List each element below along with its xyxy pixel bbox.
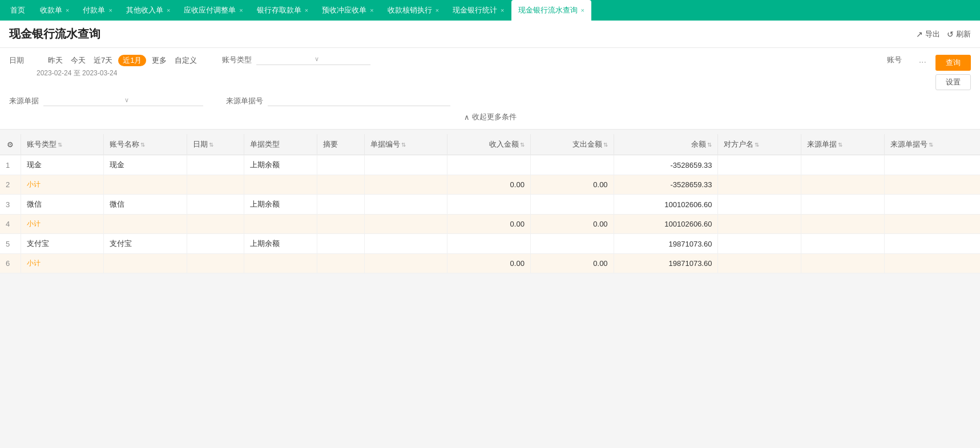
date-today[interactable]: 今天: [68, 55, 88, 66]
col-account-name[interactable]: 账号名称⇅: [104, 134, 187, 155]
cell-account_name: 现金: [104, 155, 187, 175]
sort-doc-no-icon: ⇅: [401, 142, 406, 148]
close-tab-3-icon[interactable]: ×: [239, 0, 243, 21]
table-row: 3微信微信上期余额100102606.60: [0, 195, 980, 215]
cell-num: 5: [0, 234, 21, 254]
col-expense[interactable]: 支出金额⇅: [530, 134, 614, 155]
col-doc-no[interactable]: 单据编号⇅: [364, 134, 447, 155]
cell-balance: -3528659.33: [614, 175, 718, 195]
cell-expense: [530, 234, 614, 254]
close-tab-6-icon[interactable]: ×: [435, 0, 439, 21]
cell-date: [187, 254, 244, 273]
nav-tab-8[interactable]: 现金银行流水查询 ×: [511, 0, 591, 21]
sort-date-icon: ⇅: [209, 142, 213, 148]
close-tab-2-icon[interactable]: ×: [167, 0, 170, 21]
col-counterpart[interactable]: 对方户名⇅: [718, 134, 801, 155]
table-body: 1现金现金上期余额-3528659.332小计0.000.00-3528659.…: [0, 155, 980, 273]
date-more[interactable]: 更多: [150, 55, 169, 66]
filter-actions: 查询 设置: [935, 55, 971, 90]
cell-account_type: 小计: [21, 175, 104, 195]
source-doc-label: 来源单据: [9, 96, 39, 106]
cell-income: [447, 155, 531, 175]
source-doc-select[interactable]: ∨: [43, 96, 203, 106]
cell-account_name: [104, 175, 187, 195]
col-gear[interactable]: ⚙: [0, 134, 21, 155]
table-row: 4小计0.000.00100102606.60: [0, 215, 980, 234]
sort-account-type-icon: ⇅: [58, 142, 62, 148]
col-income[interactable]: 收入金额⇅: [447, 134, 531, 155]
cell-source_doc_no: [884, 234, 980, 254]
close-tab-1-icon[interactable]: ×: [108, 0, 112, 21]
col-summary: 摘要: [317, 134, 365, 155]
cell-summary: [317, 155, 365, 175]
table-row: 1现金现金上期余额-3528659.33: [0, 155, 980, 175]
data-table: ⚙ 账号类型⇅ 账号名称⇅ 日期⇅ 单据类型 摘要 单据编号⇅ 收入金额⇅: [0, 134, 980, 273]
export-button[interactable]: ↗ 导出: [916, 29, 940, 39]
cell-num: 6: [0, 254, 21, 273]
gear-icon[interactable]: ⚙: [7, 140, 14, 149]
collapse-arrow-icon: ∧: [464, 113, 470, 122]
close-tab-7-icon[interactable]: ×: [501, 0, 504, 21]
close-tab-5-icon[interactable]: ×: [370, 0, 373, 21]
account-ellipsis-icon[interactable]: ...: [919, 55, 926, 65]
cell-doc_type: [244, 254, 317, 273]
cell-counterpart: [718, 175, 801, 195]
source-doc-chevron-icon: ∨: [124, 96, 203, 104]
table-header-row: ⚙ 账号类型⇅ 账号名称⇅ 日期⇅ 单据类型 摘要 单据编号⇅ 收入金额⇅: [0, 134, 980, 155]
nav-tab-5[interactable]: 预收冲应收单 ×: [315, 0, 380, 21]
source-doc-value: [43, 96, 122, 104]
cell-source_doc: [801, 175, 885, 195]
cell-account_name: [104, 215, 187, 234]
col-balance[interactable]: 余额⇅: [614, 134, 718, 155]
col-source-doc[interactable]: 来源单据⇅: [801, 134, 885, 155]
nav-tab-7[interactable]: 现金银行统计 ×: [446, 0, 511, 21]
date-custom[interactable]: 自定义: [172, 55, 199, 66]
cell-doc_type: 上期余额: [244, 155, 317, 175]
data-table-wrap: ⚙ 账号类型⇅ 账号名称⇅ 日期⇅ 单据类型 摘要 单据编号⇅ 收入金额⇅: [0, 134, 980, 273]
collapse-conditions[interactable]: ∧ 收起更多条件: [9, 110, 971, 122]
nav-tab-2[interactable]: 其他收入单 ×: [119, 0, 177, 21]
source-doc-num-label: 来源单据号: [226, 96, 263, 106]
sort-source-doc-icon: ⇅: [838, 142, 842, 148]
cell-doc_no: [364, 155, 447, 175]
nav-home[interactable]: 首页: [2, 0, 33, 21]
cell-balance: 100102606.60: [614, 215, 718, 234]
date-filter-label: 日期: [9, 55, 37, 66]
cell-source_doc: [801, 155, 885, 175]
settings-button[interactable]: 设置: [935, 74, 971, 90]
cell-account_name: 微信: [104, 195, 187, 215]
cell-summary: [317, 195, 365, 215]
nav-tab-3[interactable]: 应收应付调整单 ×: [177, 0, 249, 21]
nav-tab-6[interactable]: 收款核销执行 ×: [381, 0, 446, 21]
cell-doc_type: [244, 175, 317, 195]
cell-summary: [317, 254, 365, 273]
close-tab-4-icon[interactable]: ×: [305, 0, 308, 21]
date-yesterday[interactable]: 昨天: [46, 55, 65, 66]
col-source-doc-no[interactable]: 来源单据号⇅: [884, 134, 980, 155]
close-tab-8-icon[interactable]: ×: [581, 0, 584, 21]
refresh-button[interactable]: ↺ 刷新: [947, 29, 971, 39]
account-type-select[interactable]: ∨: [256, 55, 370, 65]
nav-tab-1[interactable]: 付款单 ×: [76, 0, 119, 21]
date-range-text: 2023-02-24 至 2023-03-24: [37, 68, 199, 78]
cell-counterpart: [718, 234, 801, 254]
date-1month[interactable]: 近1月: [118, 55, 146, 66]
sort-balance-icon: ⇅: [707, 142, 712, 148]
nav-tab-0[interactable]: 收款单 ×: [33, 0, 76, 21]
page-title: 现金银行流水查询: [9, 26, 100, 42]
cell-doc_no: [364, 254, 447, 273]
close-tab-0-icon[interactable]: ×: [66, 0, 69, 21]
col-date[interactable]: 日期⇅: [187, 134, 244, 155]
query-button[interactable]: 查询: [935, 55, 971, 71]
nav-tab-4[interactable]: 银行存取款单 ×: [250, 0, 315, 21]
date-7days[interactable]: 近7天: [91, 55, 115, 66]
cell-doc_no: [364, 234, 447, 254]
cell-date: [187, 215, 244, 234]
cell-num: 2: [0, 175, 21, 195]
cell-account_type: 支付宝: [21, 234, 104, 254]
source-doc-num-input[interactable]: [268, 96, 450, 104]
cell-balance: 100102606.60: [614, 195, 718, 215]
account-label: 账号: [887, 55, 914, 65]
cell-source_doc: [801, 195, 885, 215]
col-account-type[interactable]: 账号类型⇅: [21, 134, 104, 155]
